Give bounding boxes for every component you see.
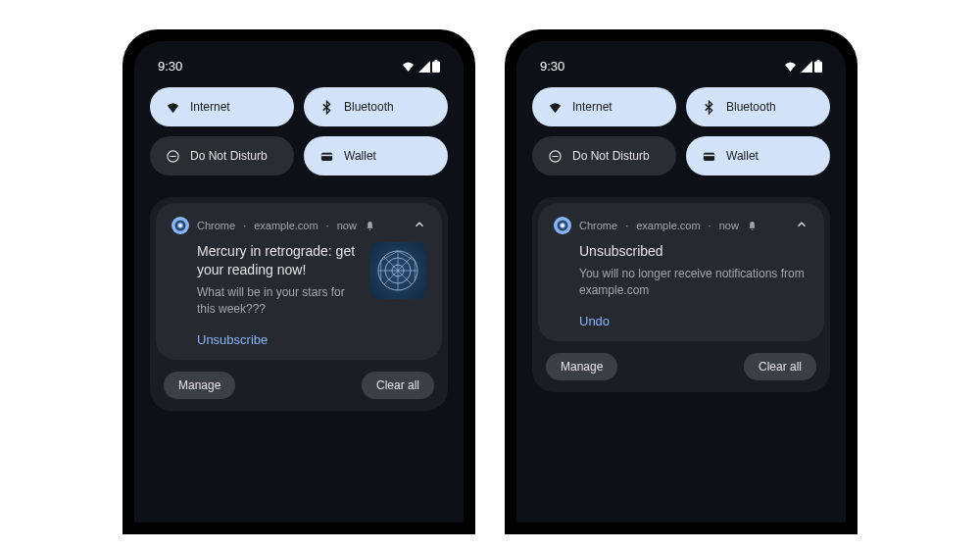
svg-rect-21 <box>817 60 820 62</box>
wallet-icon <box>702 149 716 164</box>
notif-source: example.com <box>254 220 318 231</box>
chevron-up-icon <box>795 218 808 231</box>
chrome-icon <box>172 217 189 234</box>
qs-label: Do Not Disturb <box>190 149 268 163</box>
undo-button[interactable]: Undo <box>579 314 610 328</box>
collapse-button[interactable] <box>413 218 426 233</box>
shade-actions: Manage Clear all <box>538 341 824 386</box>
qs-tile-internet[interactable]: Internet <box>532 87 676 126</box>
clear-all-button[interactable]: Clear all <box>744 353 816 380</box>
notif-app-name: Chrome <box>579 220 617 231</box>
notif-time: now <box>337 220 357 231</box>
notif-app-name: Chrome <box>197 220 235 231</box>
notification-header: Chrome · example.com · now <box>172 217 426 234</box>
status-time: 9:30 <box>540 59 564 74</box>
quick-settings-row-1: Internet Bluetooth <box>150 87 448 126</box>
svg-line-16 <box>398 251 415 261</box>
qs-label: Bluetooth <box>726 100 776 114</box>
qs-label: Internet <box>190 100 230 114</box>
qs-tile-internet[interactable]: Internet <box>150 87 294 126</box>
svg-rect-1 <box>435 60 438 62</box>
manage-button[interactable]: Manage <box>546 353 617 380</box>
notif-time: now <box>719 220 739 231</box>
battery-icon <box>432 60 440 73</box>
notification-title: Unsubscribed <box>579 242 808 261</box>
status-bar: 9:30 <box>532 57 830 87</box>
notification-description: What will be in your stars for this week… <box>197 284 358 318</box>
wifi-icon <box>548 100 563 115</box>
signal-icon <box>417 61 430 73</box>
qs-tile-wallet[interactable]: Wallet <box>686 136 830 175</box>
svg-line-19 <box>381 251 398 261</box>
clear-all-button[interactable]: Clear all <box>362 372 434 399</box>
qs-tile-dnd[interactable]: Do Not Disturb <box>150 136 294 175</box>
qs-label: Internet <box>572 100 612 114</box>
svg-rect-25 <box>704 154 714 156</box>
svg-point-28 <box>561 224 564 227</box>
notification-thumbnail <box>369 242 426 299</box>
signal-icon <box>800 61 812 73</box>
wifi-icon <box>783 61 798 73</box>
chevron-up-icon <box>413 218 426 231</box>
svg-rect-24 <box>704 152 714 160</box>
manage-button[interactable]: Manage <box>164 372 235 399</box>
phone-mockup-left: 9:30 Internet Bluetooth Do Not Disturb <box>122 29 475 534</box>
qs-tile-wallet[interactable]: Wallet <box>304 136 448 175</box>
status-icons <box>401 60 440 73</box>
qs-tile-bluetooth[interactable]: Bluetooth <box>686 87 830 126</box>
notification-card[interactable]: Chrome · example.com · now Unsubscribed … <box>538 203 824 341</box>
status-time: 9:30 <box>158 59 182 74</box>
collapse-button[interactable] <box>795 218 808 233</box>
qs-tile-bluetooth[interactable]: Bluetooth <box>304 87 448 126</box>
notification-text: Mercury in retrograde: get your reading … <box>172 242 358 317</box>
qs-label: Wallet <box>344 149 376 163</box>
dnd-icon <box>548 149 563 164</box>
svg-rect-20 <box>814 62 822 74</box>
svg-rect-4 <box>321 152 332 160</box>
quick-settings-row-2: Do Not Disturb Wallet <box>150 136 448 175</box>
bell-icon <box>365 221 375 231</box>
notification-body: Mercury in retrograde: get your reading … <box>172 242 426 317</box>
notification-body: Unsubscribed You will no longer receive … <box>554 242 808 298</box>
screen: 9:30 Internet Bluetooth Do Not Disturb <box>134 41 464 523</box>
svg-rect-5 <box>321 154 332 156</box>
bluetooth-icon <box>319 100 334 115</box>
qs-label: Bluetooth <box>344 100 394 114</box>
notification-card[interactable]: Chrome · example.com · now Mercury in re… <box>156 203 442 360</box>
battery-icon <box>814 60 822 73</box>
wifi-icon <box>401 61 416 73</box>
notification-header: Chrome · example.com · now <box>554 217 808 234</box>
quick-settings-row-2: Do Not Disturb Wallet <box>532 136 830 175</box>
chrome-icon <box>554 217 571 234</box>
shade-actions: Manage Clear all <box>156 360 442 405</box>
notification-actions: Undo <box>554 312 808 329</box>
screen: 9:30 Internet Bluetooth Do Not Disturb <box>516 41 846 523</box>
wifi-icon <box>166 100 180 115</box>
quick-settings-row-1: Internet Bluetooth <box>532 87 830 126</box>
qs-label: Wallet <box>726 149 759 163</box>
notification-description: You will no longer receive notifications… <box>579 266 808 299</box>
svg-point-8 <box>178 224 182 227</box>
svg-rect-0 <box>432 62 440 74</box>
wallet-icon <box>319 149 334 164</box>
status-icons <box>783 60 822 73</box>
bell-icon <box>747 221 758 231</box>
status-bar: 9:30 <box>150 57 448 87</box>
notif-source: example.com <box>636 220 700 231</box>
notification-area: Chrome · example.com · now Unsubscribed … <box>532 197 830 392</box>
bluetooth-icon <box>702 100 716 115</box>
notification-actions: Unsubscribe <box>172 330 426 348</box>
dnd-icon <box>166 149 180 164</box>
unsubscribe-button[interactable]: Unsubscribe <box>197 332 268 347</box>
notification-text: Unsubscribed You will no longer receive … <box>554 242 808 298</box>
qs-label: Do Not Disturb <box>572 149 650 163</box>
zodiac-wheel-icon <box>374 247 421 294</box>
notification-title: Mercury in retrograde: get your reading … <box>197 242 358 279</box>
notification-area: Chrome · example.com · now Mercury in re… <box>150 197 448 411</box>
phone-mockup-right: 9:30 Internet Bluetooth Do Not Disturb <box>505 29 858 534</box>
qs-tile-dnd[interactable]: Do Not Disturb <box>532 136 676 175</box>
